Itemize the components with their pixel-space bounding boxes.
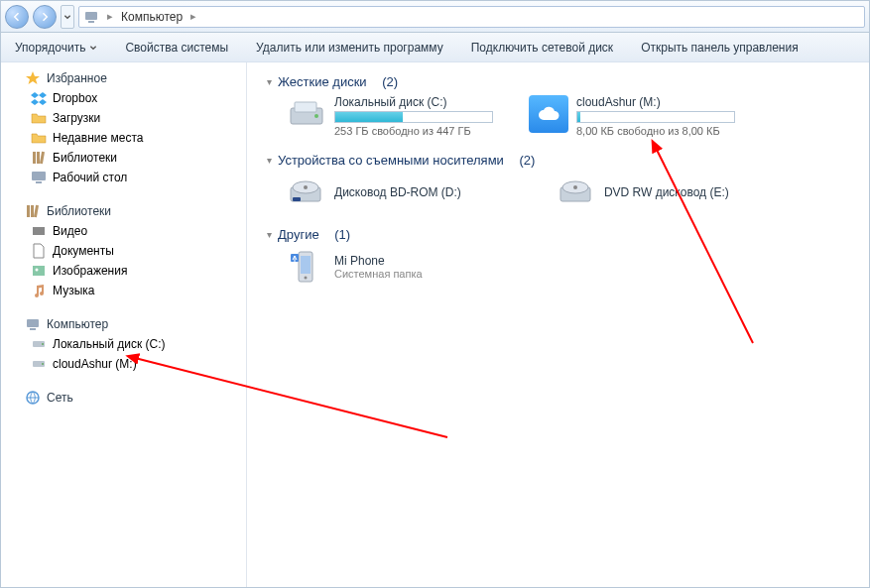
- other-header[interactable]: ▾ Другие (1): [267, 227, 849, 242]
- sidebar-item-libraries-fav[interactable]: Библиотеки: [1, 148, 246, 168]
- device-name: Mi Phone: [334, 254, 423, 268]
- cloud-drive-icon: [529, 95, 568, 133]
- device-mi-phone[interactable]: Mi Phone Системная папка: [287, 248, 423, 286]
- phone-icon: [287, 248, 324, 286]
- svg-rect-0: [85, 12, 97, 20]
- libraries-label: Библиотеки: [47, 204, 111, 218]
- favorites-header[interactable]: Избранное: [1, 68, 246, 88]
- hard-drives-header[interactable]: ▾ Жесткие диски (2): [267, 74, 849, 89]
- system-properties-button[interactable]: Свойства системы: [111, 33, 242, 61]
- svg-point-27: [304, 185, 308, 189]
- hdd-icon: [287, 95, 326, 133]
- dropbox-icon: [31, 90, 47, 106]
- nav-history-dropdown[interactable]: [61, 5, 74, 29]
- device-bdrom-d[interactable]: Дисковод BD-ROM (D:): [287, 174, 461, 211]
- map-drive-button[interactable]: Подключить сетевой диск: [457, 33, 627, 61]
- svg-point-18: [42, 343, 44, 345]
- svg-rect-3: [37, 152, 40, 164]
- device-name: DVD RW дисковод (E:): [604, 185, 729, 199]
- device-dvdrw-e[interactable]: DVD RW дисковод (E:): [557, 174, 729, 211]
- sidebar-item-desktop[interactable]: Рабочий стол: [1, 168, 246, 187]
- svg-rect-1: [88, 21, 94, 23]
- star-icon: [25, 70, 41, 86]
- drive-name: Локальный диск (C:): [334, 95, 493, 109]
- computer-header[interactable]: Компьютер: [1, 314, 246, 334]
- collapse-icon: ▾: [267, 76, 272, 87]
- other-section: ▾ Другие (1) Mi Phone Системная папка: [267, 227, 849, 286]
- control-panel-button[interactable]: Открыть панель управления: [627, 33, 812, 61]
- svg-rect-28: [293, 197, 301, 201]
- svg-point-12: [35, 233, 36, 234]
- chevron-right-icon: ▸: [103, 10, 117, 23]
- svg-rect-10: [33, 227, 45, 235]
- progress-bar: [576, 111, 735, 123]
- drive-name: cloudAshur (M:): [576, 95, 735, 109]
- sidebar-item-recent[interactable]: Недавние места: [1, 128, 246, 148]
- svg-rect-2: [33, 152, 36, 164]
- optical-drive-icon: [287, 174, 324, 211]
- back-button[interactable]: [5, 5, 29, 29]
- uninstall-program-button[interactable]: Удалить или изменить программу: [242, 33, 457, 61]
- computer-group: Компьютер Локальный диск (C:) cloudAshur…: [1, 314, 246, 374]
- disk-icon: [31, 356, 47, 372]
- svg-point-20: [42, 363, 44, 365]
- drive-stats: 8,00 КБ свободно из 8,00 КБ: [576, 125, 735, 137]
- network-icon: [25, 390, 41, 406]
- svg-rect-13: [33, 266, 45, 276]
- svg-point-34: [305, 277, 308, 280]
- sidebar-item-documents[interactable]: Документы: [1, 241, 246, 261]
- sidebar-item-dropbox[interactable]: Dropbox: [1, 88, 246, 108]
- device-name: Дисковод BD-ROM (D:): [334, 185, 461, 199]
- collapse-icon: ▾: [267, 229, 272, 240]
- svg-rect-6: [36, 181, 42, 183]
- toolbar: Упорядочить Свойства системы Удалить или…: [1, 33, 869, 62]
- chevron-right-icon: ▸: [186, 10, 200, 23]
- address-bar[interactable]: ▸ Компьютер ▸: [78, 6, 865, 28]
- library-icon: [31, 150, 47, 166]
- svg-rect-16: [30, 328, 36, 330]
- music-icon: [31, 283, 47, 298]
- sidebar-item-local-disk-c[interactable]: Локальный диск (C:): [1, 334, 246, 354]
- drive-local-c[interactable]: Локальный диск (C:) 253 ГБ свободно из 4…: [287, 95, 493, 137]
- sidebar-item-video[interactable]: Видео: [1, 221, 246, 241]
- drive-cloudashur-m[interactable]: cloudAshur (M:) 8,00 КБ свободно из 8,00…: [529, 95, 735, 137]
- sidebar-item-pictures[interactable]: Изображения: [1, 261, 246, 281]
- sidebar-item-downloads[interactable]: Загрузки: [1, 108, 246, 128]
- organize-button[interactable]: Упорядочить: [1, 33, 111, 61]
- svg-point-11: [35, 229, 36, 230]
- computer-icon: [25, 316, 41, 332]
- optical-drive-icon: [557, 174, 594, 211]
- removable-header[interactable]: ▾ Устройства со съемными носителями (2): [267, 153, 849, 168]
- svg-rect-4: [40, 152, 45, 164]
- network-label: Сеть: [47, 391, 73, 405]
- svg-point-31: [573, 185, 577, 189]
- forward-button[interactable]: [33, 5, 57, 29]
- sidebar-item-cloudashur-m[interactable]: cloudAshur (M:): [1, 354, 246, 374]
- computer-label: Компьютер: [47, 317, 108, 331]
- libraries-header[interactable]: Библиотеки: [1, 201, 246, 221]
- video-icon: [31, 223, 47, 239]
- network-group: Сеть: [1, 388, 246, 408]
- libraries-group: Библиотеки Видео Документы Изображения М…: [1, 201, 246, 300]
- nav-bar: ▸ Компьютер ▸: [1, 1, 869, 33]
- disk-icon: [31, 336, 47, 352]
- svg-rect-5: [32, 172, 46, 180]
- progress-bar: [334, 111, 493, 123]
- drive-stats: 253 ГБ свободно из 447 ГБ: [334, 125, 493, 137]
- removable-section: ▾ Устройства со съемными носителями (2) …: [267, 153, 849, 211]
- svg-rect-24: [295, 102, 316, 112]
- svg-point-14: [36, 269, 39, 272]
- library-icon: [25, 203, 41, 219]
- network-header[interactable]: Сеть: [1, 388, 246, 408]
- hard-drives-section: ▾ Жесткие диски (2) Локальный диск (C:) …: [267, 74, 849, 137]
- device-subtitle: Системная папка: [334, 268, 423, 280]
- sidebar: Избранное Dropbox Загрузки Недавние мест…: [1, 62, 247, 587]
- svg-rect-8: [31, 205, 34, 217]
- desktop-icon: [31, 170, 47, 185]
- svg-point-23: [314, 114, 318, 118]
- sidebar-item-music[interactable]: Музыка: [1, 281, 246, 300]
- content-pane: ▾ Жесткие диски (2) Локальный диск (C:) …: [247, 62, 869, 587]
- favorites-label: Избранное: [47, 71, 107, 85]
- document-icon: [31, 243, 47, 259]
- favorites-group: Избранное Dropbox Загрузки Недавние мест…: [1, 68, 246, 187]
